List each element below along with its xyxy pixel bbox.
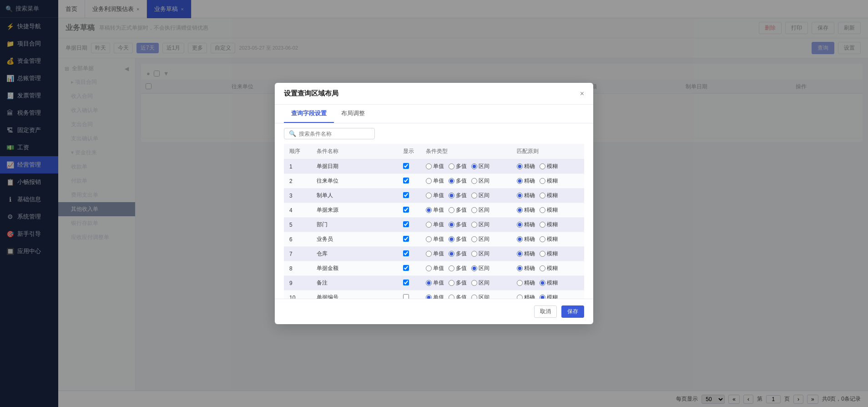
table-row: 9 备注 单值 多值 区间 精确: [284, 276, 584, 290]
show-cell: [398, 232, 420, 247]
th-order: 顺序: [284, 144, 311, 159]
table-row: 10 单据编号 单值 多值 区间 精确: [284, 290, 584, 299]
dialog-close-button[interactable]: ×: [580, 90, 584, 98]
order-cell: 4: [284, 203, 311, 218]
show-cell: [398, 203, 420, 218]
show-checkbox[interactable]: [403, 207, 409, 213]
match-cell: 精确 模糊: [511, 290, 584, 299]
fuzzy-radio[interactable]: [540, 163, 545, 169]
show-cell: [398, 261, 420, 276]
match-cell: 精确 模糊: [511, 247, 584, 261]
name-cell: 往来单位: [311, 174, 398, 188]
name-cell: 仓库: [311, 247, 398, 261]
table-row: 1 单据日期 单值 多值 区间 精确: [284, 159, 584, 174]
name-cell: 单据来源: [311, 203, 398, 218]
match-cell: 精确 模糊: [511, 218, 584, 232]
dialog-save-button[interactable]: 保存: [561, 305, 584, 318]
order-cell: 10: [284, 290, 311, 299]
show-checkbox[interactable]: [403, 221, 409, 227]
precise-radio[interactable]: [517, 163, 523, 169]
order-cell: 9: [284, 276, 311, 290]
dialog-title: 设置查询区域布局: [284, 89, 338, 98]
single-radio-label[interactable]: 单值: [426, 163, 444, 170]
type-cell: 单值 多值 区间: [420, 218, 511, 232]
show-checkbox[interactable]: [403, 265, 409, 271]
type-cell: 单值 多值 区间: [420, 203, 511, 218]
table-row: 2 往来单位 单值 多值 区间 精确: [284, 174, 584, 188]
type-cell: 单值 多值 区间: [420, 276, 511, 290]
show-cell: [398, 174, 420, 188]
th-show: 显示: [398, 144, 420, 159]
precise-radio-label[interactable]: 精确: [517, 163, 535, 170]
name-cell: 部门: [311, 218, 398, 232]
table-row: 5 部门 单值 多值 区间 精确: [284, 218, 584, 232]
th-match: 匹配原则: [511, 144, 584, 159]
cancel-button[interactable]: 取消: [534, 305, 557, 318]
type-cell: 单值 多值 区间: [420, 261, 511, 276]
multi-radio[interactable]: [449, 163, 454, 169]
match-cell: 精确 模糊: [511, 232, 584, 247]
order-cell: 2: [284, 174, 311, 188]
range-radio-label[interactable]: 区间: [471, 163, 490, 170]
type-cell: 单值 多值 区间: [420, 290, 511, 299]
tab-query-fields[interactable]: 查询字段设置: [284, 105, 334, 123]
show-cell: [398, 276, 420, 290]
order-cell: 5: [284, 218, 311, 232]
table-row: 4 单据来源 单值 多值 区间 精确: [284, 203, 584, 218]
fuzzy-radio-label[interactable]: 模糊: [540, 163, 558, 170]
match-cell: 精确 模糊: [511, 203, 584, 218]
match-cell: 精确 模糊: [511, 159, 584, 174]
show-checkbox[interactable]: [403, 294, 409, 299]
show-checkbox[interactable]: [403, 178, 409, 183]
dialog-header: 设置查询区域布局 ×: [275, 83, 593, 105]
name-cell: 单据金额: [311, 261, 398, 276]
dialog-overlay: 设置查询区域布局 × 查询字段设置 布局调整 🔍 顺序: [0, 0, 868, 407]
show-checkbox[interactable]: [403, 236, 409, 242]
match-cell: 精确 模糊: [511, 276, 584, 290]
condition-search-input[interactable]: [299, 131, 370, 137]
type-cell: 单值 多值 区间: [420, 159, 511, 174]
show-checkbox[interactable]: [403, 192, 409, 198]
show-cell: [398, 218, 420, 232]
type-cell: 单值 多值 区间: [420, 174, 511, 188]
settings-table: 顺序 条件名称 显示 条件类型 匹配原则 1 单据日期: [284, 144, 584, 299]
name-cell: 单据日期: [311, 159, 398, 174]
th-name: 条件名称: [311, 144, 398, 159]
name-cell: 制单人: [311, 188, 398, 203]
type-cell: 单值 多值 区间: [420, 247, 511, 261]
match-cell: 精确 模糊: [511, 261, 584, 276]
show-cell: [398, 159, 420, 174]
th-type: 条件类型: [420, 144, 511, 159]
table-row: 8 单据金额 单值 多值 区间 精确: [284, 261, 584, 276]
dialog-footer: 取消 保存: [275, 299, 593, 324]
show-cell: [398, 188, 420, 203]
order-cell: 7: [284, 247, 311, 261]
multi-radio-label[interactable]: 多值: [449, 163, 467, 170]
name-cell: 备注: [311, 276, 398, 290]
show-checkbox[interactable]: [403, 163, 409, 169]
show-cell: [398, 290, 420, 299]
type-cell: 单值 多值 区间: [420, 232, 511, 247]
order-cell: 3: [284, 188, 311, 203]
name-cell: 业务员: [311, 232, 398, 247]
type-cell: 单值 多值 区间: [420, 188, 511, 203]
show-cell: [398, 247, 420, 261]
match-cell: 精确 模糊: [511, 174, 584, 188]
table-row: 7 仓库 单值 多值 区间 精确: [284, 247, 584, 261]
settings-table-scroll: 顺序 条件名称 显示 条件类型 匹配原则 1 单据日期: [284, 144, 584, 299]
show-checkbox[interactable]: [403, 250, 409, 256]
order-cell: 8: [284, 261, 311, 276]
search-icon: 🔍: [289, 130, 296, 137]
name-cell: 单据编号: [311, 290, 398, 299]
show-checkbox[interactable]: [403, 280, 409, 285]
range-radio[interactable]: [471, 163, 477, 169]
settings-dialog: 设置查询区域布局 × 查询字段设置 布局调整 🔍 顺序: [275, 83, 593, 324]
dialog-search-area: 🔍: [275, 123, 593, 144]
order-cell: 1: [284, 159, 311, 174]
search-wrap: 🔍: [284, 128, 375, 139]
match-cell: 精确 模糊: [511, 188, 584, 203]
tab-layout-adjust[interactable]: 布局调整: [334, 105, 372, 123]
dialog-tabs: 查询字段设置 布局调整: [275, 105, 593, 123]
table-row: 3 制单人 单值 多值 区间 精确: [284, 188, 584, 203]
single-radio[interactable]: [426, 163, 432, 169]
